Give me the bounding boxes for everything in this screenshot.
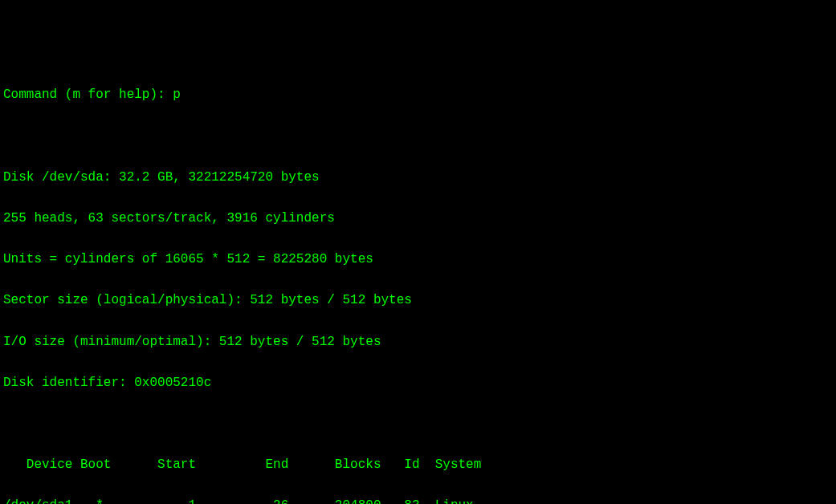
sector-size-info: Sector size (logical/physical): 512 byte… — [3, 291, 833, 311]
disk-identifier: Disk identifier: 0x0005210c — [3, 373, 833, 394]
units-info: Units = cylinders of 16065 * 512 = 82252… — [3, 250, 833, 270]
geometry-info: 255 heads, 63 sectors/track, 3916 cylind… — [3, 209, 833, 230]
blank-line — [3, 127, 833, 148]
command-prompt-1[interactable]: Command (m for help): p — [3, 85, 833, 106]
command-input: p — [173, 87, 181, 102]
prompt-text: Command (m for help): — [3, 87, 173, 102]
partition-table-header: Device Boot Start End Blocks Id System — [3, 455, 833, 476]
blank-line — [3, 414, 833, 435]
disk-info: Disk /dev/sda: 32.2 GB, 32212254720 byte… — [3, 168, 833, 189]
table-row: /dev/sda1 * 1 26 204800 83 Linux — [3, 496, 833, 504]
io-size-info: I/O size (minimum/optimal): 512 bytes / … — [3, 332, 833, 353]
